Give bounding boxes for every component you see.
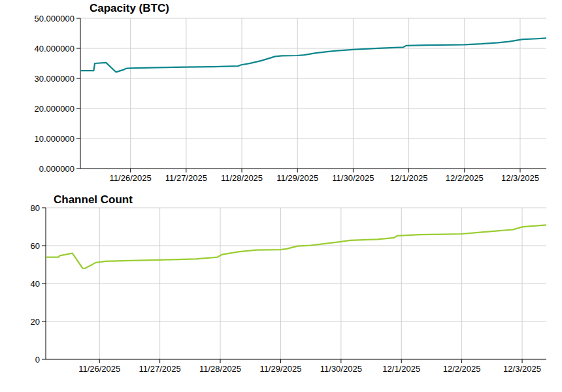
charts-dashboard: Capacity (BTC) 11/26/202511/27/202511/28… [0,0,562,392]
y-tick-label: 40 [31,279,40,289]
series-line-channel-count [46,225,546,268]
x-tick-label: 12/3/2025 [503,364,541,374]
y-tick-label: 80 [31,203,40,213]
y-tick-label: 60 [31,241,40,251]
y-tick-label: 20 [31,317,40,327]
x-tick-label: 11/29/2025 [259,364,301,374]
x-tick-label: 11/27/2025 [139,364,181,374]
x-tick-label: 11/28/2025 [199,364,241,374]
x-tick-label: 11/26/2025 [78,364,120,374]
channel-count-chart-plot: 11/26/202511/27/202511/28/202511/29/2025… [0,0,562,392]
x-tick-label: 12/1/2025 [382,364,420,374]
channel-count-chart: Channel Count 11/26/202511/27/202511/28/… [0,0,562,392]
y-tick-label: 0 [35,355,40,365]
x-tick-label: 12/2/2025 [443,364,481,374]
x-tick-label: 11/30/2025 [320,364,362,374]
